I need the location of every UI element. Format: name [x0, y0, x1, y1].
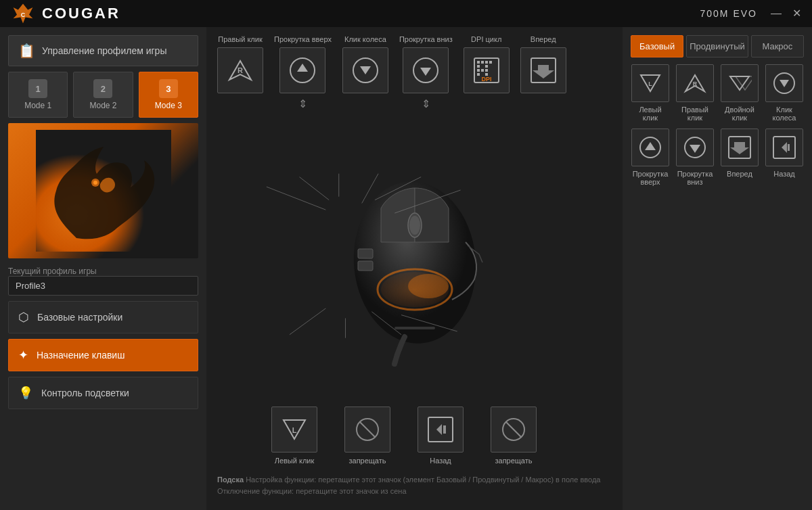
- top-btn-3-box[interactable]: [403, 47, 449, 93]
- action-back[interactable]: Назад: [765, 129, 804, 186]
- svg-line-50: [360, 422, 375, 437]
- right-click-r-icon: R: [683, 71, 707, 95]
- action-scroll-down-label: Прокрутка вниз: [675, 170, 715, 186]
- bot-btn-1-label: запрещать: [348, 457, 386, 465]
- action-forward[interactable]: Вперед: [720, 129, 759, 186]
- profile-management-button[interactable]: 📋 Управление профилем игры: [8, 35, 198, 66]
- svg-rect-15: [481, 61, 484, 64]
- left-click-r-icon: L: [638, 71, 662, 95]
- mode1-icon: 1: [28, 79, 47, 98]
- lighting-label: Контроль подсветки: [41, 388, 129, 398]
- action-double-click-box: [721, 64, 759, 102]
- action-scroll-up-label: Прокрутка вверх: [631, 170, 670, 186]
- title-bar: C COUGAR 700M EVO — ✕: [0, 0, 812, 27]
- tab-advanced[interactable]: Продвинутый: [686, 35, 748, 57]
- basic-settings-button[interactable]: ⬡ Базовые настройки: [8, 301, 198, 333]
- action-scroll-down-box: [676, 129, 714, 166]
- action-double-click[interactable]: Двойной клик: [720, 64, 759, 122]
- key-assignment-label: Назначение клавиш: [37, 350, 125, 361]
- forward-r-icon: [727, 135, 752, 160]
- top-btn-0-box[interactable]: R: [217, 47, 263, 93]
- svg-rect-16: [485, 61, 488, 64]
- wheel-click-icon: [351, 55, 380, 85]
- action-scroll-up[interactable]: Прокрутка вверх: [631, 129, 670, 186]
- svg-point-33: [408, 274, 449, 298]
- bot-btn-0: L Левый клик: [271, 407, 317, 465]
- profile-management-label: Управление профилем игры: [42, 45, 166, 56]
- profile-icon: 📋: [18, 43, 35, 59]
- action-grid-row2: Прокрутка вверх Прокрутка вниз: [631, 129, 804, 186]
- mode3-button[interactable]: 3 Mode 3: [139, 72, 198, 118]
- action-right-click[interactable]: R Правый клик: [675, 64, 715, 122]
- wheel-click-r-icon: [772, 71, 796, 95]
- svg-rect-19: [485, 65, 488, 68]
- top-btn-3: Прокрутка вниз ⇕: [399, 35, 453, 110]
- key-assignment-button[interactable]: ✦ Назначение клавиш: [8, 339, 198, 371]
- tab-macro[interactable]: Макрос: [751, 35, 804, 57]
- cougar-logo-icon: C: [11, 1, 35, 26]
- top-btn-5-label: Вперед: [531, 35, 556, 43]
- svg-rect-53: [443, 425, 446, 434]
- mode2-label: Mode 2: [89, 101, 116, 110]
- bot-btn-2-box[interactable]: [418, 407, 464, 453]
- svg-marker-69: [730, 142, 749, 154]
- svg-rect-17: [489, 61, 492, 64]
- mode2-icon: 2: [93, 79, 112, 98]
- basic-settings-label: Базовые настройки: [37, 312, 122, 323]
- action-wheel-click[interactable]: Клик колеса: [765, 64, 804, 122]
- svg-marker-67: [690, 145, 700, 153]
- svg-point-4: [93, 181, 97, 185]
- svg-rect-14: [477, 61, 480, 64]
- profile-input[interactable]: Profile3: [8, 276, 198, 296]
- action-right-click-box: R: [676, 64, 714, 102]
- top-btn-1-box[interactable]: [279, 47, 325, 93]
- action-scroll-down[interactable]: Прокрутка вниз: [675, 129, 715, 186]
- close-button[interactable]: ✕: [792, 8, 801, 19]
- bot-btn-1-box[interactable]: [344, 407, 390, 453]
- bot-btn-3-box[interactable]: [491, 407, 537, 453]
- logo-text: COUGAR: [42, 5, 120, 22]
- minimize-button[interactable]: —: [771, 8, 782, 19]
- scroll-up-icon: [288, 55, 317, 85]
- top-btn-4-label: DPI цикл: [471, 35, 501, 43]
- top-btn-2-box[interactable]: [342, 47, 388, 93]
- svg-marker-12: [420, 68, 431, 76]
- bot-btn-1: запрещать: [344, 407, 390, 465]
- profile-label: Текущий профиль игры: [8, 266, 198, 276]
- forbidden-icon-2: [499, 415, 528, 444]
- svg-text:R: R: [693, 80, 698, 87]
- svg-rect-36: [394, 327, 435, 329]
- scroll-up-r-icon: [638, 135, 662, 160]
- top-btn-4-box[interactable]: DPI: [464, 47, 510, 93]
- lighting-button[interactable]: 💡 Контроль подсветки: [8, 377, 198, 409]
- mode1-button[interactable]: 1 Mode 1: [8, 72, 68, 118]
- settings-icon: ⬡: [18, 310, 29, 325]
- action-back-box: [765, 129, 803, 166]
- svg-marker-65: [645, 142, 656, 150]
- top-btn-5-box[interactable]: [520, 47, 566, 93]
- hint-label: Подска: [217, 476, 244, 484]
- action-scroll-up-box: [631, 129, 669, 166]
- right-click-icon: R: [225, 55, 255, 85]
- product-name: 700M EVO: [700, 8, 757, 19]
- mode2-button[interactable]: 2 Mode 2: [73, 72, 133, 118]
- action-left-click[interactable]: L Левый клик: [631, 64, 670, 122]
- bot-btn-0-label: Левый клик: [275, 457, 315, 465]
- action-right-click-label: Правый клик: [675, 106, 715, 122]
- svg-text:L: L: [648, 80, 652, 87]
- svg-point-30: [409, 216, 420, 235]
- action-wheel-click-box: [765, 64, 803, 102]
- tab-basic[interactable]: Базовый: [631, 35, 683, 57]
- back-icon: [426, 415, 455, 444]
- top-button-row: Правый клик R Прокрутка вверх ⇕: [217, 35, 612, 110]
- svg-rect-20: [477, 69, 480, 72]
- bot-btn-2: Назад: [418, 407, 464, 465]
- action-left-click-label: Левый клик: [631, 106, 670, 122]
- mouse-diagram: [217, 118, 612, 407]
- logo-area: C COUGAR: [11, 1, 120, 26]
- left-click-icon: L: [279, 415, 309, 444]
- bot-btn-0-box[interactable]: L: [271, 407, 317, 453]
- title-right: 700M EVO — ✕: [700, 8, 801, 19]
- sidebar-image: [8, 123, 198, 258]
- svg-marker-27: [533, 65, 554, 78]
